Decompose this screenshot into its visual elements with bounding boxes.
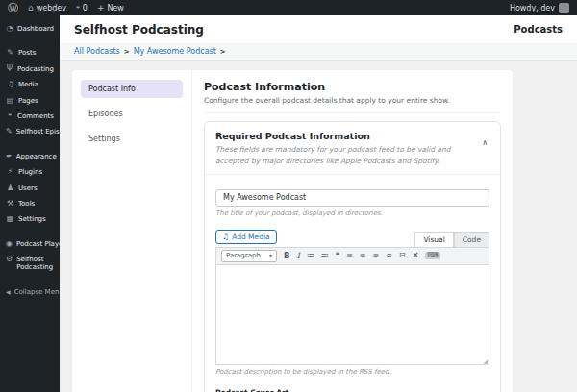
sidebar-item-label: Dashboard: [17, 25, 54, 33]
chevron-down-icon: [269, 252, 272, 259]
cover-art-label: Podcast Cover Art: [215, 388, 489, 392]
sidebar-item-podcasting[interactable]: Podcasting: [0, 61, 60, 77]
section-subtitle: Configure the overall podcast details th…: [204, 96, 501, 105]
admin-bar: webdev 0 New Howdy, dev: [0, 0, 577, 15]
tools-icon: [6, 200, 14, 208]
new-menu[interactable]: New: [97, 4, 124, 12]
resize-handle[interactable]: [483, 357, 488, 364]
sidebar-item-label: Selfhost Podcasting: [16, 256, 54, 272]
breadcrumb-my-awesome-podcast[interactable]: My Awesome Podcast: [134, 47, 216, 56]
breadcrumb: All Podcasts > My Awesome Podcast >: [60, 43, 577, 61]
microphone-icon: [6, 65, 13, 73]
comments-bubble[interactable]: 0: [76, 4, 88, 12]
more-tag-icon[interactable]: [399, 252, 406, 259]
sidebar-item-label: Tools: [18, 200, 35, 208]
sidebar-item-label: Comments: [17, 112, 54, 120]
align-left-icon[interactable]: [346, 252, 353, 259]
tab-podcast-info[interactable]: Podcast Info: [81, 80, 183, 98]
gear-icon: [6, 256, 13, 263]
sidebar-item-appearance[interactable]: Appearance: [0, 149, 60, 164]
sidebar-item-label: Podcast Player: [16, 240, 65, 248]
italic-icon[interactable]: I: [296, 252, 299, 260]
sidebar-item-dashboard[interactable]: Dashboard: [0, 21, 60, 37]
sidebar-item-label: Users: [18, 184, 38, 192]
tab-code[interactable]: Code: [454, 232, 489, 247]
sidebar-item-label: Posts: [18, 49, 36, 57]
settings-icon: [6, 215, 14, 223]
pin-icon: [6, 49, 14, 57]
sidebar-item-plugins[interactable]: Plugins: [0, 164, 60, 180]
breadcrumb-all-podcasts[interactable]: All Podcasts: [74, 47, 120, 56]
link-icon[interactable]: [386, 252, 392, 259]
podcast-title-input[interactable]: [215, 189, 489, 207]
sidebar-item-label: Collapse Menu: [14, 288, 63, 296]
sidebar-item-users[interactable]: Users: [0, 181, 60, 196]
description-editor-area[interactable]: [215, 265, 489, 365]
sidebar-item-label: Appearance: [16, 153, 57, 160]
add-media-button[interactable]: Add Media: [215, 230, 277, 244]
bulleted-list-icon[interactable]: [307, 252, 314, 259]
sidebar-item-selfhost-podcasting[interactable]: Selfhost Podcasting: [0, 252, 60, 276]
section-title: Podcast Information: [204, 81, 501, 93]
sidebar-item-settings[interactable]: Settings: [0, 211, 60, 227]
media-icon: [222, 233, 229, 241]
breadcrumb-separator: >: [124, 48, 130, 56]
sidebar-item-collapse-menu[interactable]: Collapse Menu: [0, 284, 60, 300]
card-description: These fields are mandatory for your podc…: [215, 144, 489, 166]
howdy-text: Howdy, dev: [510, 4, 555, 12]
main-column: Podcast Information Configure the overal…: [191, 70, 513, 392]
site-link[interactable]: webdev: [28, 4, 66, 12]
breadcrumb-separator: >: [220, 48, 226, 56]
sidebar-item-podcast-player[interactable]: Podcast Player: [0, 236, 60, 252]
align-right-icon[interactable]: [373, 252, 380, 259]
sidebar-item-media[interactable]: Media: [0, 77, 60, 92]
paragraph-format-select[interactable]: Paragraph: [221, 250, 277, 262]
sidebar-item-tools[interactable]: Tools: [0, 196, 60, 211]
blockquote-icon[interactable]: [336, 252, 339, 259]
avatar: [559, 3, 569, 13]
tab-visual[interactable]: Visual: [414, 232, 453, 247]
paragraph-label: Paragraph: [226, 252, 261, 259]
sidebar-item-posts[interactable]: Posts: [0, 45, 60, 61]
bold-icon[interactable]: B: [284, 252, 289, 260]
page-title: Selfhost Podcasting: [74, 23, 204, 37]
account-menu[interactable]: Howdy, dev: [510, 3, 569, 13]
wordpress-admin-page: webdev 0 New Howdy, dev Dashboard Posts …: [0, 0, 577, 392]
card-header: Required Podcast Information These field…: [205, 122, 500, 174]
plugin-icon: [6, 168, 14, 176]
plus-icon: [97, 4, 105, 12]
editor-header: Add Media Visual Code: [215, 230, 489, 247]
card-title: Required Podcast Information: [215, 131, 489, 141]
page-header: Selfhost Podcasting Podcasts: [60, 15, 577, 43]
fullscreen-icon[interactable]: [413, 252, 419, 259]
sidebar-item-comments[interactable]: Comments: [0, 109, 60, 124]
align-center-icon[interactable]: [360, 252, 366, 259]
tab-episodes[interactable]: Episodes: [81, 105, 183, 123]
wordpress-logo-icon[interactable]: [8, 1, 18, 15]
sidebar-item-pages[interactable]: Pages: [0, 93, 60, 109]
site-name: webdev: [37, 4, 66, 12]
tab-settings[interactable]: Settings: [81, 130, 183, 148]
header-podcasts-label: Podcasts: [514, 24, 563, 35]
numbered-list-icon[interactable]: [321, 252, 329, 259]
comments-count: 0: [83, 4, 88, 12]
chevron-up-icon[interactable]: [482, 138, 488, 147]
divider: [204, 112, 501, 113]
add-media-label: Add Media: [232, 233, 269, 241]
comments-icon: [6, 112, 13, 120]
editor-toolbar: Paragraph B I: [215, 247, 489, 265]
title-help-text: The title of your podcast, displayed in …: [215, 209, 489, 217]
new-label: New: [107, 4, 123, 12]
sidebar-item-label: Plugins: [18, 168, 42, 176]
collapse-icon: [6, 288, 11, 296]
tab-column: Podcast Info Episodes Settings: [72, 70, 191, 392]
card-body: The title of your podcast, displayed in …: [205, 174, 500, 392]
brush-icon: [6, 153, 13, 160]
sidebar-item-label: Media: [18, 81, 38, 88]
content-area: Selfhost Podcasting Podcasts All Podcast…: [60, 15, 577, 392]
sidebar-item-selfhost-episodes[interactable]: Selfhost Episodes: [0, 124, 60, 139]
toolbar-toggle-icon[interactable]: [425, 252, 440, 259]
settings-panel: Podcast Info Episodes Settings Podcast I…: [72, 70, 513, 392]
home-icon: [28, 4, 34, 12]
dashboard-icon: [6, 25, 13, 33]
